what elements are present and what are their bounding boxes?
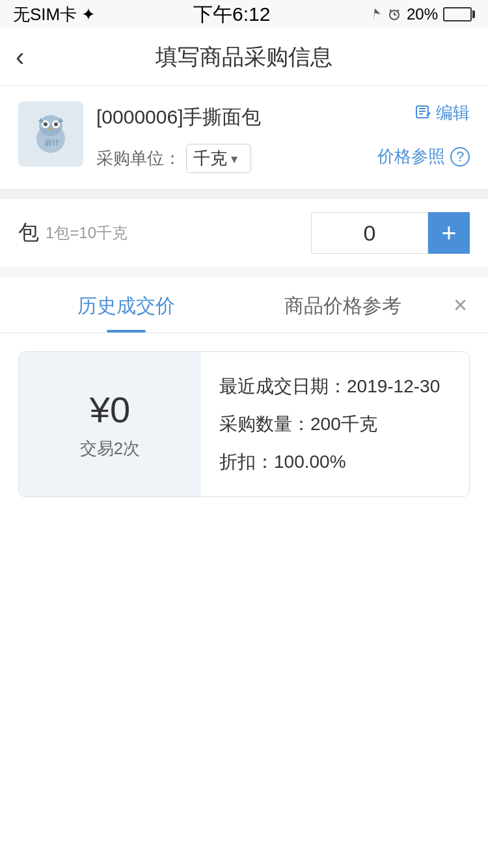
quantity-row: 包 1包=10千克 + [0,199,488,267]
discount-row: 折扣：100.00% [219,448,451,476]
status-left: 无SIM卡 ✦ [13,3,96,26]
bottom-area [0,515,488,868]
quantity-right: + [311,212,470,254]
product-unit-row: 采购单位： 千克 ▾ [96,144,261,173]
history-card: ¥0 交易2次 最近成交日期：2019-12-30 采购数量：200千克 折扣：… [18,351,470,497]
quantity-plus-button[interactable]: + [428,212,470,254]
card-detail-right: 最近成交日期：2019-12-30 采购数量：200千克 折扣：100.00% [201,352,469,496]
svg-point-10 [54,122,58,126]
svg-line-4 [398,10,399,11]
price-ref-label: 价格参照 [377,145,445,168]
battery-icon [443,7,475,21]
latest-date-label: 最近成交日期： [219,376,347,396]
status-time: 下午6:12 [193,1,270,28]
product-section: 蔚计 [0000006]手撕面包 采购单位： 千克 ▾ [0,86,488,189]
history-price: ¥0 [90,388,130,431]
latest-date-row: 最近成交日期：2019-12-30 [219,373,451,400]
tabs-container: 历史成交价 商品价格参考 × ¥0 交易2次 最近成交日期：2019-12-30… [0,277,488,515]
tab-history-label: 历史成交价 [77,295,175,316]
discount-value: 100.00% [274,452,346,472]
location-icon [368,7,382,21]
purchase-qty-row: 采购数量：200千克 [219,411,451,438]
status-right: 20% [368,5,475,23]
unit-label: 采购单位： [96,147,181,170]
unit-select[interactable]: 千克 ▾ [186,144,251,173]
section-divider [0,189,488,199]
product-left: 蔚计 [0000006]手撕面包 采购单位： 千克 ▾ [18,102,261,173]
price-ref-help-icon: ? [450,147,470,167]
carrier-text: 无SIM卡 ✦ [13,3,96,26]
edit-icon [415,105,432,122]
quantity-input[interactable] [311,212,428,254]
tab-active-indicator [107,330,146,332]
quantity-unit-tag: 包 [18,219,39,247]
tab-close-button[interactable]: × [451,292,470,319]
svg-text:蔚计: 蔚计 [45,139,59,146]
unit-value: 千克 [193,147,227,170]
discount-label: 折扣： [219,452,274,472]
card-price-left: ¥0 交易2次 [19,352,201,496]
alarm-icon [387,7,401,21]
edit-button[interactable]: 编辑 [415,102,470,124]
svg-line-3 [390,10,391,11]
svg-point-9 [44,122,47,126]
product-info: [0000006]手撕面包 采购单位： 千克 ▾ [96,102,261,173]
tab-price-reference[interactable]: 商品价格参考 [234,277,450,332]
page-title: 填写商品采购信息 [156,42,332,72]
latest-date-value: 2019-12-30 [347,376,440,396]
purchase-qty-label: 采购数量： [219,414,310,434]
history-content: ¥0 交易2次 最近成交日期：2019-12-30 采购数量：200千克 折扣：… [0,333,488,515]
back-button[interactable]: ‹ [16,42,24,72]
nav-bar: ‹ 填写商品采购信息 [0,29,488,86]
tab-history-price[interactable]: 历史成交价 [18,277,234,332]
purchase-qty-value: 200千克 [310,414,377,434]
tabs-header: 历史成交价 商品价格参考 × [0,277,488,333]
quantity-conversion-note: 1包=10千克 [46,223,128,243]
status-bar: 无SIM卡 ✦ 下午6:12 20% [0,0,488,29]
quantity-left: 包 1包=10千克 [18,219,128,247]
tab-price-ref-label: 商品价格参考 [284,295,401,316]
trade-count: 交易2次 [80,437,140,460]
price-ref-button[interactable]: 价格参照 ? [377,145,470,168]
product-right: 编辑 价格参照 ? [377,102,470,168]
unit-dropdown-arrow-icon: ▾ [231,151,237,167]
product-owl-icon: 蔚计 [28,111,74,157]
battery-percent: 20% [407,5,438,23]
edit-label: 编辑 [436,102,470,124]
product-name: [0000006]手撕面包 [96,104,261,131]
product-thumbnail: 蔚计 [18,102,83,167]
